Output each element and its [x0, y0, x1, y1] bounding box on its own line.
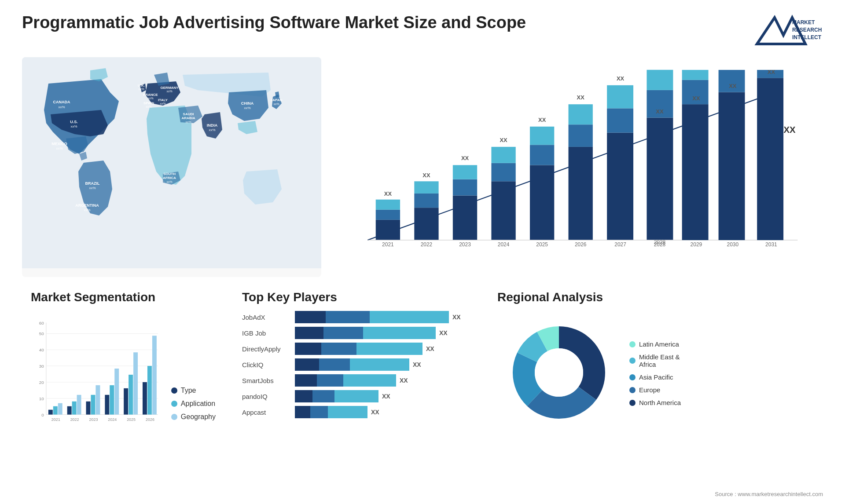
svg-rect-121 — [58, 403, 62, 415]
player-bar-container: XX — [295, 374, 471, 387]
svg-text:xx%: xx% — [166, 90, 172, 93]
player-bar — [295, 390, 378, 402]
players-title: Top Key Players — [242, 290, 471, 304]
svg-rect-50 — [453, 179, 477, 196]
svg-rect-71 — [607, 85, 633, 109]
svg-rect-60 — [530, 145, 554, 165]
svg-text:2021: 2021 — [51, 417, 60, 422]
legend-type: Type — [171, 387, 216, 394]
svg-rect-55 — [491, 163, 515, 181]
svg-text:XX: XX — [461, 155, 469, 161]
svg-text:2026: 2026 — [146, 417, 154, 422]
svg-rect-127 — [96, 385, 100, 415]
svg-text:JAPAN: JAPAN — [271, 98, 283, 102]
svg-text:xx%: xx% — [84, 208, 90, 212]
svg-rect-59 — [530, 165, 554, 240]
svg-text:CHINA: CHINA — [241, 101, 254, 106]
svg-rect-69 — [607, 133, 633, 240]
svg-rect-49 — [453, 196, 477, 240]
svg-text:ARABIA: ARABIA — [181, 116, 195, 120]
svg-rect-41 — [376, 200, 400, 210]
svg-text:2024: 2024 — [108, 417, 117, 422]
svg-text:AFRICA: AFRICA — [163, 176, 176, 180]
player-name: SmartJobs — [242, 377, 290, 384]
svg-text:2029: 2029 — [691, 241, 702, 248]
svg-text:xx%: xx% — [147, 97, 153, 100]
svg-rect-130 — [114, 369, 119, 415]
regional-legend-latin: Latin America — [629, 340, 681, 348]
logo-box: MARKET RESEARCH INTELLECT — [753, 13, 823, 48]
svg-text:SAUDI: SAUDI — [183, 112, 194, 116]
player-value: XX — [400, 377, 408, 384]
player-row: Appcast XX — [242, 406, 471, 418]
player-name: Appcast — [242, 409, 290, 416]
svg-text:2023: 2023 — [89, 417, 98, 422]
svg-rect-39 — [376, 220, 400, 240]
svg-text:xx%: xx% — [58, 105, 65, 109]
svg-text:2021: 2021 — [382, 241, 394, 248]
segmentation-title: Market Segmentation — [31, 290, 216, 304]
seg-legend: Type Application Geography — [171, 387, 216, 434]
svg-text:2027: 2027 — [614, 241, 626, 248]
svg-text:20: 20 — [39, 380, 44, 385]
svg-text:XX: XX — [617, 75, 625, 82]
player-value: XX — [371, 409, 379, 416]
regional-section: Regional Analysis — [489, 286, 823, 453]
svg-text:xx%: xx% — [209, 128, 215, 132]
svg-rect-132 — [129, 375, 133, 415]
legend-label-apac: Asia Pacific — [639, 373, 673, 381]
player-row: pandoIQ XX — [242, 390, 471, 402]
svg-text:xx%: xx% — [89, 186, 96, 190]
svg-rect-90 — [757, 78, 783, 240]
svg-rect-131 — [124, 388, 128, 415]
svg-text:INTELLECT: INTELLECT — [792, 34, 822, 40]
player-row: DirectlyApply XX — [242, 343, 471, 355]
player-bar — [295, 343, 422, 355]
svg-rect-70 — [607, 108, 633, 132]
regional-content: Latin America Middle East &Africa Asia P… — [497, 311, 814, 436]
svg-text:xx%: xx% — [70, 124, 77, 128]
player-bar-container: XX — [295, 358, 471, 371]
svg-text:MARKET: MARKET — [792, 19, 815, 26]
svg-text:2026: 2026 — [575, 241, 587, 248]
player-bar-container: XX — [295, 390, 471, 402]
player-name: JobAdX — [242, 314, 290, 321]
legend-geography: Geography — [171, 413, 216, 421]
segmentation-section: Market Segmentation 0 — [22, 286, 224, 453]
svg-point-142 — [535, 348, 583, 397]
seg-chart-area: 0 10 20 30 40 50 60 2021 2022 2023 2024 … — [31, 318, 162, 434]
player-value: XX — [426, 345, 434, 352]
svg-rect-125 — [86, 402, 91, 415]
svg-text:2023: 2023 — [459, 241, 471, 248]
svg-text:U.K.: U.K. — [138, 84, 145, 88]
svg-text:U.S.: U.S. — [70, 120, 78, 124]
svg-text:ARGENTINA: ARGENTINA — [75, 203, 99, 208]
seg-chart-container: 0 10 20 30 40 50 60 2021 2022 2023 2024 … — [31, 311, 216, 434]
svg-rect-122 — [67, 406, 72, 415]
legend-dot-application — [171, 401, 177, 407]
legend-label-application: Application — [181, 400, 215, 408]
source-text: Source : www.marketresearchintellect.com — [715, 491, 823, 497]
regional-legend-europe: Europe — [629, 386, 681, 394]
svg-rect-76 — [647, 70, 673, 90]
svg-rect-86 — [682, 66, 709, 80]
svg-rect-84 — [682, 104, 709, 240]
svg-text:SOUTH: SOUTH — [163, 172, 176, 176]
svg-rect-119 — [48, 410, 53, 415]
svg-text:2025: 2025 — [127, 417, 136, 422]
regional-legend-mea: Middle East &Africa — [629, 353, 681, 368]
players-section: Top Key Players JobAdX XX IGB J — [233, 286, 480, 453]
player-name: IGB Job — [242, 329, 290, 337]
svg-text:XX: XX — [768, 69, 775, 75]
svg-rect-51 — [453, 165, 477, 179]
legend-label-namerica: North America — [639, 399, 681, 406]
svg-text:RESEARCH: RESEARCH — [792, 27, 822, 33]
svg-rect-54 — [491, 181, 515, 240]
svg-text:30: 30 — [39, 364, 44, 369]
svg-rect-56 — [491, 147, 515, 163]
svg-text:2024: 2024 — [498, 241, 510, 248]
svg-text:xx%: xx% — [273, 102, 279, 106]
svg-text:CANADA: CANADA — [53, 100, 70, 104]
regional-legend-namerica: North America — [629, 399, 681, 406]
player-row: IGB Job XX — [242, 327, 471, 339]
